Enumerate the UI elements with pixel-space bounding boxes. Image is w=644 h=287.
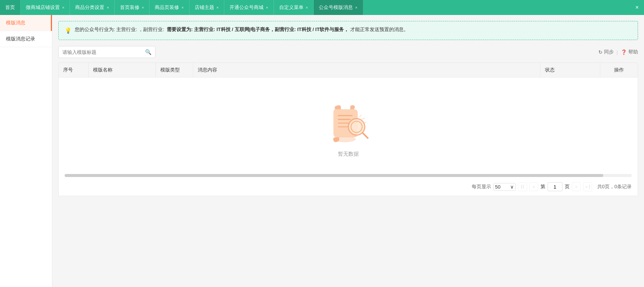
first-page-button[interactable]: ⟨⟨ xyxy=(518,182,527,191)
search-input-wrap[interactable]: 🔍 xyxy=(58,46,155,58)
sync-label: 同步 xyxy=(604,49,614,55)
svg-line-7 xyxy=(363,133,368,138)
nav-tab-label-product-category: 商品分类设置 xyxy=(75,4,104,11)
total-info: 共0页，0条记录 xyxy=(597,183,632,190)
nav-tab-label-home-decor: 首页装修 xyxy=(120,4,139,11)
nav-tab-store-theme[interactable]: 店铺主题× xyxy=(189,0,224,15)
notice-highlight: 需要设置为: 主营行业: IT科技 / 互联网|电子商务，副营行业: IT科技 … xyxy=(167,27,349,32)
divider: | xyxy=(617,49,618,55)
help-button[interactable]: ❓ 帮助 xyxy=(621,49,638,55)
nav-tab-label-open-wechat: 开通公众号商城 xyxy=(229,4,264,11)
col-header-name: 模版名称 xyxy=(89,63,156,77)
page-unit: 页 xyxy=(565,183,570,190)
nav-tab-close-product-decor[interactable]: × xyxy=(181,5,184,10)
notice-prefix: 您的公众号行业为: 主营行业: ，副营行业: xyxy=(75,27,164,32)
search-bar: 🔍 ↻ 同步 | ❓ 帮助 xyxy=(58,46,638,58)
notice-text: 您的公众号行业为: 主营行业: ，副营行业: 需要设置为: 主营行业: IT科技… xyxy=(75,26,409,34)
data-table: 序号 模版名称 模版类型 消息内容 状态 操作 xyxy=(58,62,638,196)
page-input[interactable] xyxy=(548,182,563,191)
last-page-button[interactable]: ＞⟩ xyxy=(583,182,592,191)
page-label: 第 xyxy=(540,183,545,190)
nav-tab-open-wechat[interactable]: 开通公众号商城× xyxy=(224,0,274,15)
col-header-action: 操作 xyxy=(600,63,638,77)
nav-tab-close-open-wechat[interactable]: × xyxy=(266,5,268,10)
nav-tab-product-decor[interactable]: 商品页装修× xyxy=(150,0,189,15)
main-layout: 模版消息模版消息记录 💡 您的公众号行业为: 主营行业: ，副营行业: 需要设置… xyxy=(0,15,644,287)
sidebar-item-template-msg[interactable]: 模版消息 xyxy=(0,15,52,31)
nav-tab-close-store-settings[interactable]: × xyxy=(62,5,64,10)
empty-state: 暂无数据 xyxy=(59,77,638,172)
nav-tab-home[interactable]: 首页 xyxy=(0,0,21,15)
search-icon[interactable]: 🔍 xyxy=(145,49,151,55)
nav-tab-custom-menu[interactable]: 自定义菜单× xyxy=(274,0,314,15)
per-page-value: 50 xyxy=(495,184,500,190)
search-actions: ↻ 同步 | ❓ 帮助 xyxy=(598,49,638,55)
sidebar: 模版消息模版消息记录 xyxy=(0,15,52,287)
per-page-label: 每页显示 xyxy=(472,183,491,190)
search-input[interactable] xyxy=(62,49,145,55)
nav-tab-label-store-settings: 微商城店铺设置 xyxy=(26,4,60,11)
nav-tab-label-product-decor: 商品页装修 xyxy=(155,4,179,11)
empty-text: 暂无数据 xyxy=(338,151,359,158)
horizontal-scrollbar[interactable] xyxy=(65,174,632,177)
nav-tab-label-home: 首页 xyxy=(5,4,15,11)
svg-line-8 xyxy=(360,115,361,117)
top-navigation: 首页微商城店铺设置×商品分类设置×首页装修×商品页装修×店铺主题×开通公众号商城… xyxy=(0,0,644,15)
nav-tab-close-template-msg[interactable]: × xyxy=(355,5,357,10)
nav-tab-store-settings[interactable]: 微商城店铺设置× xyxy=(21,0,70,15)
nav-tab-close-store-theme[interactable]: × xyxy=(216,5,219,10)
sync-button[interactable]: ↻ 同步 xyxy=(598,49,614,55)
nav-tab-close-home-decor[interactable]: × xyxy=(142,5,144,10)
nav-tab-home-decor[interactable]: 首页装修× xyxy=(115,0,150,15)
sidebar-item-template-record[interactable]: 模版消息记录 xyxy=(0,31,52,47)
help-label: 帮助 xyxy=(628,49,638,55)
chevron-down-icon: ∨ xyxy=(510,184,514,190)
help-icon: ❓ xyxy=(621,49,627,55)
svg-line-9 xyxy=(362,118,365,119)
scrollbar-thumb xyxy=(65,174,603,177)
col-header-status: 状态 xyxy=(540,63,600,77)
content-area: 💡 您的公众号行业为: 主营行业: ，副营行业: 需要设置为: 主营行业: IT… xyxy=(52,15,644,287)
sync-icon: ↻ xyxy=(598,49,603,55)
nav-tab-template-msg[interactable]: 公众号模版消息× xyxy=(314,0,363,15)
notice-suffix: 才能正常发送预置的消息。 xyxy=(350,27,409,32)
table-header: 序号 模版名称 模版类型 消息内容 状态 操作 xyxy=(59,63,638,77)
nav-tab-product-category[interactable]: 商品分类设置× xyxy=(70,0,114,15)
notice-icon: 💡 xyxy=(65,26,72,35)
per-page-select[interactable]: 50 ∨ xyxy=(493,183,516,191)
prev-page-button[interactable]: ＜ xyxy=(529,182,538,191)
global-close-button[interactable]: × xyxy=(630,4,644,11)
notice-banner: 💡 您的公众号行业为: 主营行业: ，副营行业: 需要设置为: 主营行业: IT… xyxy=(58,21,638,40)
nav-tab-label-store-theme: 店铺主题 xyxy=(195,4,214,11)
nav-tab-close-product-category[interactable]: × xyxy=(107,5,109,10)
col-header-content: 消息内容 xyxy=(193,63,540,77)
col-header-type: 模版类型 xyxy=(156,63,193,77)
next-page-button[interactable]: ＞ xyxy=(572,182,581,191)
empty-illustration xyxy=(326,100,371,145)
nav-tab-label-template-msg: 公众号模版消息 xyxy=(319,4,353,11)
nav-tab-label-custom-menu: 自定义菜单 xyxy=(279,4,303,11)
pagination: 每页显示 50 ∨ ⟨⟨ ＜ 第 页 ＞ ＞⟩ 共0页，0条记录 xyxy=(59,178,638,196)
nav-tab-close-custom-menu[interactable]: × xyxy=(306,5,308,10)
col-header-seq: 序号 xyxy=(59,63,89,77)
